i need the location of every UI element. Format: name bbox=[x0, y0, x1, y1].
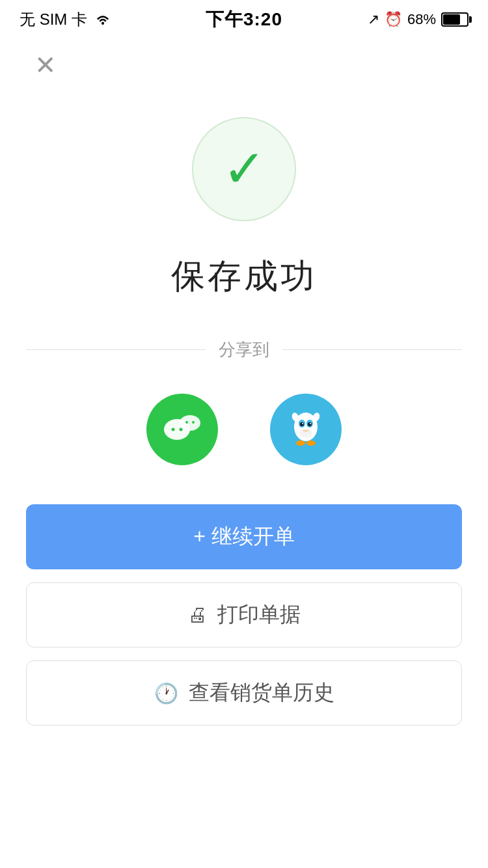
svg-point-4 bbox=[180, 428, 183, 431]
action-buttons: + 继续开单 🖨 打印单据 🕐 查看销货单历史 bbox=[26, 504, 462, 726]
svg-point-13 bbox=[310, 423, 311, 424]
continue-button[interactable]: + 继续开单 bbox=[26, 504, 462, 569]
close-button[interactable]: ✕ bbox=[26, 46, 65, 85]
qq-share-button[interactable] bbox=[270, 394, 342, 465]
wechat-icon bbox=[160, 407, 204, 452]
success-section: ✓ 保存成功 bbox=[26, 117, 462, 338]
print-button[interactable]: 🖨 打印单据 bbox=[26, 582, 462, 647]
share-icons bbox=[26, 394, 462, 465]
qq-icon bbox=[286, 407, 325, 452]
svg-point-0 bbox=[102, 22, 104, 25]
history-icon: 🕐 bbox=[154, 682, 178, 705]
svg-point-16 bbox=[306, 441, 316, 446]
time-display: 下午3:20 bbox=[206, 7, 282, 32]
location-icon: ↗ bbox=[368, 11, 379, 28]
main-content: ✓ 保存成功 分享到 bbox=[0, 39, 488, 726]
svg-point-15 bbox=[296, 441, 305, 446]
carrier-info: 无 SIM 卡 bbox=[20, 9, 112, 30]
share-section: 分享到 bbox=[26, 338, 462, 465]
alarm-icon: ⏰ bbox=[385, 11, 402, 28]
wifi-icon bbox=[94, 13, 112, 26]
success-circle: ✓ bbox=[192, 117, 296, 221]
status-right: ↗ ⏰ 68% bbox=[368, 11, 468, 28]
svg-point-2 bbox=[180, 415, 200, 431]
svg-point-11 bbox=[308, 422, 312, 426]
svg-point-14 bbox=[299, 429, 312, 438]
history-button-label: 查看销货单历史 bbox=[189, 679, 334, 707]
continue-button-label: + 继续开单 bbox=[193, 522, 295, 551]
share-divider: 分享到 bbox=[26, 338, 462, 361]
success-title: 保存成功 bbox=[171, 254, 317, 299]
print-icon: 🖨 bbox=[187, 604, 207, 626]
svg-point-5 bbox=[185, 421, 188, 424]
svg-point-3 bbox=[172, 428, 175, 431]
close-icon: ✕ bbox=[34, 52, 57, 78]
svg-point-12 bbox=[302, 423, 303, 424]
svg-point-10 bbox=[300, 422, 304, 426]
svg-point-6 bbox=[192, 421, 195, 424]
history-button[interactable]: 🕐 查看销货单历史 bbox=[26, 660, 462, 726]
wechat-share-button[interactable] bbox=[146, 394, 218, 465]
battery-percentage: 68% bbox=[407, 11, 436, 28]
status-bar: 无 SIM 卡 下午3:20 ↗ ⏰ 68% bbox=[0, 0, 488, 39]
battery-icon bbox=[441, 12, 468, 27]
carrier-label: 无 SIM 卡 bbox=[20, 9, 87, 30]
checkmark-icon: ✓ bbox=[223, 143, 266, 195]
share-label: 分享到 bbox=[219, 338, 269, 361]
print-button-label: 打印单据 bbox=[217, 601, 301, 629]
